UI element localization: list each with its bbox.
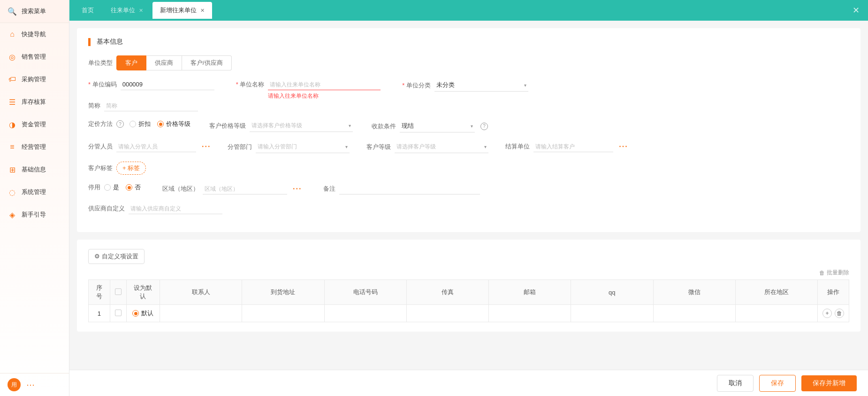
row-add-btn[interactable]: +: [822, 309, 832, 318]
unit-name-input[interactable]: [268, 79, 381, 90]
sidebar-item-label: 基础信息: [22, 165, 46, 174]
window-close-button[interactable]: ✕: [849, 3, 863, 17]
chevron-down-icon5: ▾: [484, 144, 487, 149]
disabled-yes-option[interactable]: 是: [104, 183, 119, 192]
row-address-cell: [242, 305, 324, 322]
payment-terms-select[interactable]: 现结 ▾: [400, 120, 475, 132]
manager-label: 分管人员: [88, 142, 113, 151]
tab-contacts[interactable]: 往来单位 ✕: [103, 2, 151, 19]
row-address-input[interactable]: [247, 310, 319, 317]
sidebar-item-label: 系统管理: [22, 188, 46, 196]
tab-contacts-close[interactable]: ✕: [139, 8, 143, 14]
disabled-no-option[interactable]: 否: [126, 183, 141, 192]
sidebar: 🔍 搜索菜单 ⌂ 快捷导航 ◎ 销售管理 🏷 采购管理 ☰ 库存核算 ◑ 资金管…: [0, 0, 69, 396]
sidebar-item-basics[interactable]: ⊞ 基础信息: [0, 158, 69, 181]
pricing-help-icon[interactable]: ?: [116, 120, 124, 128]
row-delete-btn[interactable]: 🗑: [835, 309, 844, 318]
unit-type-both-btn[interactable]: 客户/供应商: [182, 55, 232, 70]
disabled-no-radio[interactable]: [126, 184, 132, 191]
unit-type-row: 单位类型 客户 供应商 客户/供应商: [88, 55, 849, 70]
pricing-discount-radio[interactable]: [129, 121, 136, 127]
tab-new-contact[interactable]: 新增往来单位 ✕: [152, 2, 212, 19]
col-actions: 操作: [817, 280, 849, 305]
custom-settings-button[interactable]: ⚙ 自定义项设置: [88, 249, 145, 264]
contacts-card: ⚙ 自定义项设置 🗑 批量删除 序号 设为默认 联系人: [77, 240, 860, 332]
row-email-input[interactable]: [494, 310, 566, 317]
col-default: 设为默认: [126, 280, 160, 305]
customer-level-field: 客户等级 请选择客户等级 ▾: [366, 141, 488, 153]
pricing-level-radio[interactable]: [157, 121, 164, 127]
region-input[interactable]: [203, 183, 287, 194]
section-icon: ▌: [88, 38, 93, 46]
sidebar-item-label: 库存核算: [22, 98, 46, 106]
sidebar-bottom-icon2[interactable]: ⋯: [26, 380, 35, 390]
tab-home[interactable]: 首页: [74, 2, 101, 19]
col-fax: 传真: [406, 280, 488, 305]
pricing-level-option[interactable]: 价格等级: [157, 120, 190, 128]
manager-more-btn[interactable]: ···: [202, 142, 211, 151]
row-wechat-input[interactable]: [658, 310, 731, 317]
custom-settings-row: ⚙ 自定义项设置: [88, 249, 849, 264]
unit-category-field: 单位分类 未分类 ▾: [402, 79, 528, 92]
row-contact-cell: [160, 305, 242, 322]
manager-input[interactable]: [116, 141, 196, 152]
sidebar-item-guide[interactable]: ◈ 新手引导: [0, 203, 69, 226]
sidebar-search[interactable]: 🔍 搜索菜单: [0, 0, 69, 23]
row-phone-input[interactable]: [329, 310, 402, 317]
row-checkbox[interactable]: [115, 310, 122, 316]
row-default-radio[interactable]: [132, 310, 139, 317]
row-region-input[interactable]: [740, 310, 813, 317]
row-phone-cell: [324, 305, 406, 322]
finance-icon: ◑: [8, 120, 17, 129]
customer-price-level-select[interactable]: 请选择客户价格等级 ▾: [250, 120, 353, 132]
unit-code-field: 单位编码: [88, 79, 214, 90]
row-fax-input[interactable]: [411, 310, 484, 317]
tab-new-contact-close[interactable]: ✕: [200, 8, 205, 14]
table-actions: 🗑 批量删除: [88, 269, 849, 277]
add-tag-button[interactable]: + 标签: [116, 162, 146, 175]
col-wechat: 微信: [653, 280, 735, 305]
supplier-custom-input[interactable]: [129, 203, 222, 214]
user-avatar[interactable]: 用: [8, 378, 21, 391]
content-area: ▌ 基本信息 单位类型 客户 供应商 客户/供应商 单位编码: [69, 21, 868, 370]
tab-new-contact-label: 新增往来单位: [160, 6, 197, 15]
row-default-radio-item[interactable]: 默认: [131, 309, 155, 318]
settlement-more-btn[interactable]: ···: [619, 142, 628, 151]
remarks-input[interactable]: [339, 183, 480, 194]
settlement-unit-input[interactable]: [533, 141, 613, 152]
sidebar-item-system[interactable]: ◌ 系统管理: [0, 181, 69, 203]
unit-type-supplier-btn[interactable]: 供应商: [146, 55, 182, 70]
pricing-row: 定价方法 ? 折扣 价格等级 客户价格等级: [88, 120, 849, 132]
col-email: 邮箱: [488, 280, 571, 305]
row-qq-input[interactable]: [576, 310, 648, 317]
delete-icon: 🗑: [819, 270, 825, 276]
supplier-custom-field: 供应商自定义: [88, 203, 222, 214]
unit-code-input[interactable]: [121, 79, 214, 90]
customer-level-select[interactable]: 请选择客户等级 ▾: [395, 141, 488, 153]
sidebar-item-purchase[interactable]: 🏷 采购管理: [0, 68, 69, 91]
customer-price-level-placeholder: 请选择客户价格等级: [251, 122, 302, 130]
batch-delete-button[interactable]: 🗑 批量删除: [819, 269, 849, 277]
col-region: 所在地区: [735, 280, 817, 305]
sidebar-item-inventory[interactable]: ☰ 库存核算: [0, 91, 69, 113]
select-all-checkbox[interactable]: [115, 288, 122, 295]
payment-help-icon[interactable]: ?: [480, 123, 488, 130]
row-email-cell: [488, 305, 571, 322]
home-icon: ⌂: [8, 30, 17, 39]
abbreviation-input[interactable]: [104, 100, 198, 111]
sidebar-item-quick-nav[interactable]: ⌂ 快捷导航: [0, 23, 69, 46]
unit-type-customer-btn[interactable]: 客户: [116, 55, 146, 70]
save-new-button[interactable]: 保存并新增: [801, 375, 857, 391]
department-select[interactable]: 请输入分管部门 ▾: [256, 141, 350, 153]
sidebar-item-finance[interactable]: ◑ 资金管理: [0, 113, 69, 136]
disabled-yes-radio[interactable]: [104, 184, 111, 191]
row-contact-input[interactable]: [165, 310, 237, 317]
sidebar-item-sales[interactable]: ◎ 销售管理: [0, 46, 69, 68]
cancel-button[interactable]: 取消: [717, 375, 754, 392]
basic-info-card: ▌ 基本信息 单位类型 客户 供应商 客户/供应商 单位编码: [77, 28, 860, 232]
unit-category-select[interactable]: 未分类 ▾: [434, 79, 528, 92]
sidebar-item-operations[interactable]: ≡ 经营管理: [0, 136, 69, 158]
save-button[interactable]: 保存: [759, 375, 796, 392]
region-more-btn[interactable]: ···: [293, 185, 302, 193]
pricing-discount-option[interactable]: 折扣: [129, 120, 151, 128]
